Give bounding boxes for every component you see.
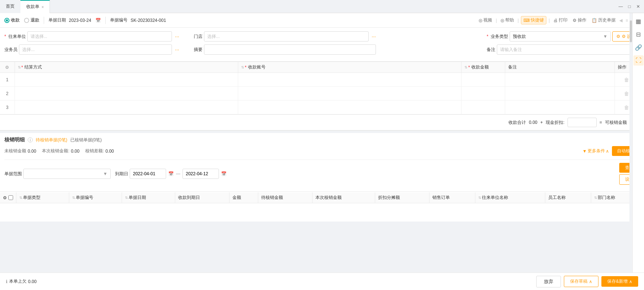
date-value: 2023-03-24 [69,18,91,23]
row-account-2[interactable] [238,87,461,101]
footer-info-icon[interactable]: ℹ [6,279,8,284]
sidebar-list-icon[interactable]: ⊟ [633,29,644,39]
maximize-button[interactable]: □ [627,4,632,9]
discard-button[interactable]: 放弃 [536,276,561,287]
draft-arrow-icon: ∧ [589,279,592,284]
from-unit-input[interactable] [27,31,172,42]
operation-button[interactable]: ⚙ 操作 [571,16,588,24]
summary-input[interactable] [204,44,376,55]
table-row: 3 🗑 ⧉ [0,101,644,114]
verify-stats: 未核销金额 0.00 本次核销金额: 0.00 核销差额: 0.00 ▼ 更多条… [4,146,640,156]
biz-type-dropdown[interactable]: 预收款 ▼ [510,31,611,42]
sidebar-link-icon[interactable]: 🔗 [633,42,644,52]
row-note-2[interactable] [505,87,615,101]
form-row-2: 业务员 ··· 摘要 备注 [4,44,640,55]
tab-close-icon[interactable]: × [42,5,44,9]
video-button[interactable]: ◎ 视频 [477,16,494,24]
calendar-icon[interactable]: 📅 [95,18,101,23]
delete-icon-3[interactable]: 🗑 [624,105,629,110]
tab-home[interactable]: 首页 [0,0,20,13]
done-tag[interactable]: 已核销单据(0笔) [70,137,102,143]
more-conditions-btn[interactable]: ▼ 更多条件 ∧ [582,148,609,154]
store-more-icon[interactable]: ··· [372,34,376,39]
row-account-3[interactable] [238,101,461,114]
receipt-table: ⚙ ⇅ * 结算方式 ⇅ * 收款账号 [0,62,644,114]
from-unit-more-icon[interactable]: ··· [175,34,179,39]
diff-label: 核销差额: [85,148,104,154]
verify-info-icon[interactable]: i [28,137,33,142]
number-value: SK-20230324-001 [130,18,166,23]
diff-value: 0.00 [105,149,114,154]
staff-input[interactable] [19,44,172,55]
biz-required: * [487,34,488,39]
row-amount-3[interactable] [462,101,505,114]
window-controls: — □ ✕ [618,4,644,9]
bottom-col-pending: 待核销金额 [258,192,312,203]
filter-icon: ▼ [582,149,587,154]
row-account-1[interactable] [238,73,461,87]
receive-label: 收款 [11,17,20,23]
bottom-col-doc-type: ⇅单据类型 [16,192,69,203]
verify-title-row: 核销明细 i 待核销单据(0笔) 已核销单据(0笔) [4,137,640,143]
sidebar-table-icon[interactable]: ▦ [633,16,644,26]
print-button[interactable]: 🖨 打印 [552,16,569,24]
store-field: 门店 ··· [194,31,376,42]
minimize-button[interactable]: — [618,4,624,9]
range-filter: 单据范围 ▼ [4,169,111,179]
date-from-input[interactable] [130,169,166,179]
from-unit-required: * [4,34,6,39]
receive-radio[interactable]: 收款 [4,17,20,23]
shortcut-icon: ⌨ [523,18,530,23]
delete-icon-2[interactable]: 🗑 [624,91,629,97]
note-field: 备注 [487,44,640,55]
row-note-1[interactable] [505,73,615,87]
sidebar-expand-icon[interactable]: ⛶ [633,55,644,66]
help-button[interactable]: ◎ 帮助 [499,16,515,24]
row-amount-1[interactable] [462,73,505,87]
save-draft-button[interactable]: 保存草稿 ∧ [564,276,598,287]
delete-icon-1[interactable]: 🗑 [624,77,629,83]
receipt-table-container: ⚙ ⇅ * 结算方式 ⇅ * 收款账号 [0,62,644,114]
pending-tag[interactable]: 待核销单据(0笔) [36,137,67,143]
scroll-thumb[interactable] [630,20,632,42]
refund-radio[interactable]: 退款 [24,17,39,23]
receive-radio-dot [4,18,9,23]
right-sidebar: ▦ ⊟ 🔗 ⛶ [632,13,644,273]
row-settle-2[interactable] [15,87,238,101]
discount-input[interactable] [568,118,597,127]
table-footer: 收款合计 0.00 + 现金折扣: = 可核销金额 0.00 [0,114,644,131]
refund-radio-dot [24,18,29,23]
biz-type-value: 预收款 [513,34,526,40]
note-label: 备注 [487,47,495,53]
bottom-gear-header[interactable]: ⚙ [0,192,16,203]
row-note-3[interactable] [505,101,615,114]
calendar-icon-to[interactable]: 📅 [221,171,227,176]
settings-col-header[interactable]: ⚙ [0,62,15,73]
bottom-gear-icon[interactable]: ⚙ [3,195,7,200]
shortcut-button[interactable]: ⌨ 快捷键 [521,16,546,24]
staff-more-icon[interactable]: ··· [175,47,179,52]
due-date-label: 到期日 [115,171,128,177]
current-value: 0.00 [71,149,79,154]
table-gear-icon[interactable]: ⚙ [5,65,9,70]
row-settle-1[interactable] [15,73,238,87]
save-new-button[interactable]: 保存&新增 ∧ [601,276,638,287]
total-value: 0.00 [529,120,537,125]
date-to-input[interactable] [182,169,219,179]
business-type-field: * 业务类型 预收款 ▼ ⚙ ⚙ 设置 [487,31,640,42]
result-label: 可核销金额 [605,119,627,126]
refund-label: 退款 [31,17,39,23]
range-select[interactable]: ▼ [23,169,111,179]
row-amount-2[interactable] [462,87,505,101]
history-button[interactable]: 📋 历史单据 [590,16,617,24]
receive-refund-radio: 收款 退款 [4,17,39,23]
row-settle-3[interactable] [15,101,238,114]
calendar-icon-from[interactable]: 📅 [168,171,174,176]
note-input[interactable] [497,44,640,55]
unverified-label: 未核销金额 [4,148,26,154]
store-input[interactable] [204,31,369,42]
select-all-checkbox[interactable] [8,195,13,200]
number-label: 单据编号 [110,17,127,23]
tab-receipt[interactable]: 收款单 × [20,0,50,13]
close-button[interactable]: ✕ [635,4,641,9]
